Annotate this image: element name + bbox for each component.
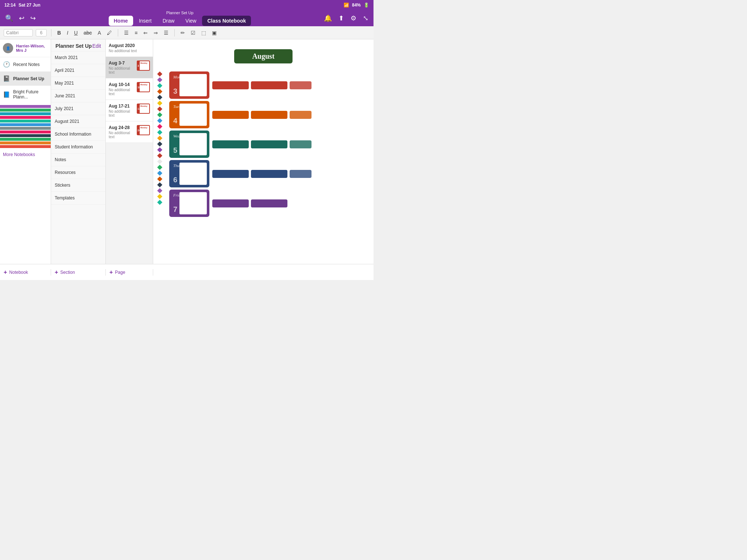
page-title-aug10-14: Aug 10-14 (109, 82, 137, 87)
section-may-2021[interactable]: May 2021 (51, 77, 105, 90)
sidebar-item-bright-future[interactable]: 📘 Bright Future Plann... (0, 86, 51, 103)
tab-view[interactable]: View (180, 16, 201, 26)
highlight-button[interactable]: 🖊 (105, 29, 113, 36)
notebook-plus-icon: + (4, 269, 7, 276)
thursday-num: 6 (173, 176, 177, 184)
monday-event-2[interactable] (251, 81, 287, 89)
thursday-event-2[interactable] (251, 170, 287, 178)
monday-inner (179, 74, 207, 96)
search-icon[interactable]: 🔍 (4, 13, 15, 24)
section-plus-icon: + (55, 269, 58, 276)
page-item-aug17-21[interactable]: Aug 17-21 No additional text 17 Monday (106, 100, 153, 121)
planner-setup-icon: 📓 (3, 75, 10, 82)
page-plus-icon: + (109, 269, 113, 276)
section-templates[interactable]: Templates (51, 192, 105, 205)
friday-event-1[interactable] (212, 199, 249, 207)
font-color-button[interactable]: A (96, 29, 102, 36)
section-school-info[interactable]: School Information (51, 128, 105, 141)
page-thumbnail-aug3-7: 3 Monday (137, 61, 150, 71)
sidebar-item-recent-notes[interactable]: 🕐 Recent Notes (0, 57, 51, 71)
section-april-2021[interactable]: April 2021 (51, 64, 105, 77)
tuesday-event-1[interactable] (212, 111, 249, 119)
section-resources[interactable]: Resources (51, 166, 105, 179)
month-header: August (234, 49, 293, 63)
wednesday-num: 5 (173, 146, 177, 155)
checkbox-button[interactable]: ☑ (189, 29, 197, 36)
wednesday-row: Wednesday 5 (169, 131, 371, 158)
frame-button[interactable]: ▣ (210, 29, 218, 36)
bell-icon[interactable]: 🔔 (322, 13, 333, 24)
section-notes[interactable]: Notes (51, 153, 105, 166)
section-stickers[interactable]: Stickers (51, 179, 105, 192)
section-june-2021[interactable]: June 2021 (51, 90, 105, 102)
undo-icon[interactable]: ↩ (18, 13, 26, 24)
collapse-icon[interactable]: ⤡ (361, 13, 370, 24)
tab-insert[interactable]: Insert (134, 16, 157, 26)
add-notebook-button[interactable]: + Notebook (0, 269, 51, 276)
monday-event-1[interactable] (212, 81, 249, 89)
section-panel: Planner Set Up Edit March 2021 April 202… (51, 39, 106, 264)
page-label: Page (115, 270, 125, 275)
wednesday-card: Wednesday 5 (169, 131, 209, 158)
more-notebooks[interactable]: More Notebooks (0, 148, 51, 161)
section-student-info[interactable]: Student Information (51, 141, 105, 153)
friday-event-2[interactable] (251, 199, 287, 207)
section-july-2021[interactable]: July 2021 (51, 102, 105, 115)
add-page-button[interactable]: + Page (106, 269, 153, 276)
thursday-row: Thursday 6 (169, 160, 371, 187)
section-march-2021[interactable]: March 2021 (51, 51, 105, 64)
notebook-label: Notebook (9, 270, 28, 275)
tab-home[interactable]: Home (109, 16, 133, 26)
page-item-aug24-28[interactable]: Aug 24-28 No additional text 24 Monday (106, 121, 153, 143)
page-item-aug2020[interactable]: August 2020 No additional text (106, 39, 153, 57)
section-august-2021[interactable]: August 2021 (51, 115, 105, 128)
redo-icon[interactable]: ↪ (29, 13, 37, 24)
thursday-event-3[interactable] (290, 170, 311, 178)
share-icon[interactable]: ⬆ (337, 13, 345, 24)
monday-event-3[interactable] (290, 81, 311, 89)
strikethrough-button[interactable]: abc (82, 29, 93, 36)
friday-inner (179, 192, 207, 214)
user-row[interactable]: 👤 Harrier-Wilson, Mrs J (0, 39, 51, 57)
sidebar-item-planner-setup[interactable]: 📓 Planner Set Up (0, 71, 51, 86)
tab-draw[interactable]: Draw (158, 16, 180, 26)
tuesday-card: Tuesday 4 (169, 101, 209, 128)
wednesday-inner (179, 133, 207, 155)
toolbar-center: Planner Set Up Home Insert Draw View Cla… (39, 11, 320, 26)
page-subtitle-aug24-28: No additional text (109, 131, 137, 139)
edit-button[interactable]: Edit (92, 43, 101, 49)
font-size-selector[interactable]: 6 (36, 29, 47, 36)
bottom-bar: + Notebook + Section + Page (0, 264, 374, 280)
sidebar: 👤 Harrier-Wilson, Mrs J 🕐 Recent Notes 📓… (0, 39, 51, 264)
format-separator-1 (51, 29, 51, 36)
panel-title: Planner Set Up Edit (51, 39, 105, 51)
bold-button[interactable]: B (56, 29, 62, 36)
num-list-button[interactable]: ≡ (133, 29, 139, 36)
wednesday-event-3[interactable] (290, 140, 311, 148)
settings-icon[interactable]: ⚙ (349, 13, 358, 24)
diamond-strip (153, 70, 166, 264)
format-paint-button[interactable]: ✏ (179, 29, 186, 36)
page-item-aug3-7[interactable]: Aug 3-7 No additional text 3 Monday (106, 57, 153, 78)
thursday-event-1[interactable] (212, 170, 249, 178)
outdent-button[interactable]: ⇐ (142, 29, 149, 36)
bullets-button[interactable]: ☰ (123, 29, 130, 36)
wednesday-event-2[interactable] (251, 140, 287, 148)
wednesday-event-1[interactable] (212, 140, 249, 148)
page-subtitle-aug3-7: No additional text (109, 66, 137, 74)
tuesday-event-2[interactable] (251, 111, 287, 119)
avatar: 👤 (3, 43, 13, 53)
font-selector[interactable]: Calibri (4, 29, 33, 36)
underline-button[interactable]: U (73, 29, 79, 36)
eraser-button[interactable]: ⬚ (200, 29, 208, 36)
tuesday-event-3[interactable] (290, 111, 311, 119)
tuesday-row: Tuesday 4 (169, 101, 371, 128)
align-button[interactable]: ☰ (162, 29, 170, 36)
add-section-button[interactable]: + Section (51, 269, 106, 276)
page-title-aug17-21: Aug 17-21 (109, 104, 137, 109)
recent-notes-icon: 🕐 (3, 61, 10, 68)
page-item-aug10-14[interactable]: Aug 10-14 No additional text 10 Monday (106, 78, 153, 100)
italic-button[interactable]: I (65, 29, 70, 36)
indent-button[interactable]: ⇒ (152, 29, 159, 36)
tab-class-notebook[interactable]: Class Notebook (202, 16, 251, 26)
